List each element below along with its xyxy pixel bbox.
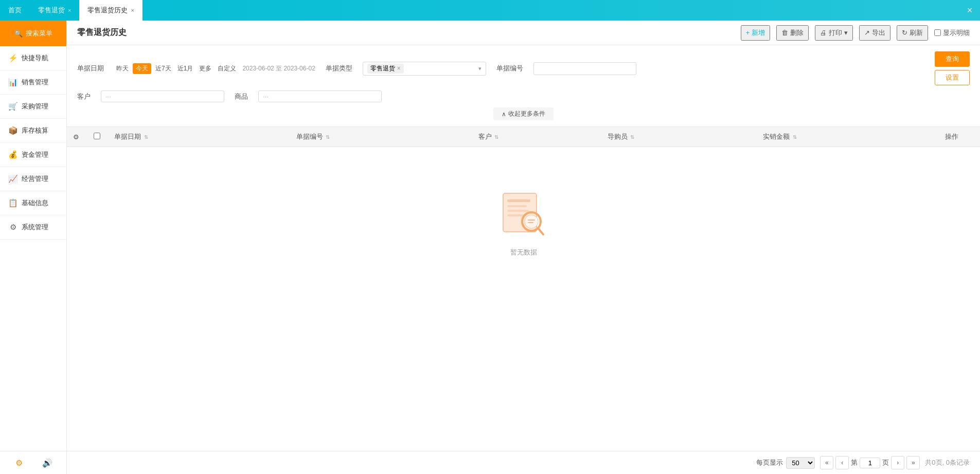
type-filter-select[interactable]: 零售退货 × ▾: [363, 62, 486, 76]
refresh-button[interactable]: ↻ 刷新: [897, 25, 928, 41]
sidebar-item-system-label: 系统管理: [22, 223, 48, 232]
customer-filter-label: 客户: [77, 92, 91, 101]
table-footer: 每页显示 50 20 100 « ‹ 第 页 › » 共0页, 0条记录: [67, 451, 980, 474]
filter-area: 单据日期 昨天 今天 近7天 近1月 更多 自定义 2023-06-02 至 2…: [67, 45, 980, 127]
tab-retail-return-history[interactable]: 零售退货历史 ×: [79, 0, 142, 21]
operations-icon: 📈: [8, 174, 17, 184]
per-page-label: 每页显示: [756, 458, 783, 467]
sidebar-item-operations[interactable]: 📈 经营管理: [0, 167, 66, 191]
sidebar: 🔍 搜索菜单 ⚡ 快捷导航 📊 销售管理 🛒 采购管理 📦 库存核算 💰: [0, 21, 67, 474]
table-body: 暂无数据: [67, 147, 980, 299]
export-button[interactable]: ↗ 导出: [859, 25, 890, 41]
type-filter-label: 单据类型: [326, 64, 352, 73]
type-tag: 零售退货 ×: [367, 64, 404, 74]
svg-rect-3: [507, 210, 529, 212]
tab-retail-return[interactable]: 零售退货 ×: [30, 0, 79, 21]
sidebar-item-finance[interactable]: 💰 资金管理: [0, 143, 66, 167]
order-no-input[interactable]: [533, 62, 636, 75]
delete-button[interactable]: 🗑 删除: [776, 25, 809, 41]
svg-point-6: [525, 215, 538, 228]
delete-label: 删除: [790, 28, 804, 38]
date-filter-label: 单据日期: [77, 64, 104, 73]
guide-sort-icon: ⇅: [630, 134, 634, 140]
sidebar-item-quick-nav-label: 快捷导航: [22, 53, 48, 63]
th-customer[interactable]: 客户 ⇅: [472, 127, 601, 147]
date-btn-more[interactable]: 更多: [197, 63, 213, 74]
page-first-button[interactable]: «: [820, 456, 833, 469]
window-close-button[interactable]: ×: [959, 0, 980, 21]
per-page-select: 每页显示 50 20 100: [756, 457, 815, 469]
per-page-dropdown[interactable]: 50 20 100: [786, 457, 815, 469]
th-actions: 操作: [939, 127, 980, 147]
sidebar-item-purchase[interactable]: 🛒 采购管理: [0, 95, 66, 119]
tab-retail-return-close[interactable]: ×: [68, 7, 71, 13]
search-icon: 🔍: [14, 30, 23, 38]
goods-filter-label: 商品: [235, 92, 248, 101]
date-btn-yesterday[interactable]: 昨天: [114, 63, 131, 74]
th-guide[interactable]: 导购员 ⇅: [601, 127, 757, 147]
inventory-icon: 📦: [8, 126, 17, 135]
sidebar-item-basic-info[interactable]: 📋 基础信息: [0, 191, 66, 215]
order-no-label: 单据编号: [496, 64, 523, 73]
tab-retail-return-history-label: 零售退货历史: [87, 6, 128, 15]
sidebar-item-quick-nav[interactable]: ⚡ 快捷导航: [0, 46, 66, 70]
date-btn-custom[interactable]: 自定义: [216, 63, 238, 74]
sidebar-item-purchase-label: 采购管理: [22, 102, 48, 111]
date-filter-buttons: 昨天 今天 近7天 近1月 更多 自定义 2023-06-02 至 2023-0…: [114, 63, 315, 74]
sidebar-item-sales[interactable]: 📊 销售管理: [0, 70, 66, 95]
tab-retail-return-history-close[interactable]: ×: [131, 7, 134, 13]
filter-row-1: 单据日期 昨天 今天 近7天 近1月 更多 自定义 2023-06-02 至 2…: [77, 51, 970, 85]
collapse-icon: ∧: [502, 111, 506, 118]
page-input[interactable]: [860, 458, 880, 468]
tab-home[interactable]: 首页: [0, 0, 30, 21]
select-all-checkbox[interactable]: [94, 133, 100, 139]
purchase-icon: 🛒: [8, 102, 17, 111]
th-date[interactable]: 单据日期 ⇅: [108, 127, 290, 147]
th-order-no[interactable]: 单据编号 ⇅: [290, 127, 472, 147]
tab-bar: 首页 零售退货 × 零售退货历史 ×: [0, 0, 959, 21]
sidebar-item-system[interactable]: ⚙ 系统管理: [0, 215, 66, 240]
sidebar-item-basic-info-label: 基础信息: [22, 198, 48, 208]
sidebar-volume-button[interactable]: 🔊: [40, 455, 55, 470]
type-tag-remove[interactable]: ×: [397, 65, 401, 72]
collapse-label: 收起更多条件: [508, 110, 545, 118]
date-btn-1month[interactable]: 近1月: [175, 63, 195, 74]
th-checkbox: [87, 127, 108, 147]
page-prev-button[interactable]: ‹: [835, 456, 849, 469]
page-unit: 页: [882, 458, 889, 467]
sidebar-item-finance-label: 资金管理: [22, 150, 48, 159]
delete-icon: 🗑: [781, 29, 788, 37]
order-sort-icon: ⇅: [326, 134, 330, 140]
query-button[interactable]: 查询: [935, 51, 970, 67]
toolbar: + 新增 🗑 删除 🖨 打印 ▾ ↗ 导出 ↻ 刷新: [741, 25, 970, 41]
page-next-button[interactable]: ›: [891, 456, 904, 469]
page-label: 第: [851, 458, 858, 467]
filter-row-2: 客户 ··· 商品 ···: [77, 90, 970, 102]
customer-filter-select[interactable]: ···: [101, 90, 224, 102]
th-amount[interactable]: 实销金额 ⇅: [757, 127, 939, 147]
svg-rect-2: [507, 205, 527, 207]
date-btn-today[interactable]: 今天: [133, 63, 151, 74]
print-arrow-icon: ▾: [844, 29, 848, 37]
print-button[interactable]: 🖨 打印 ▾: [815, 25, 853, 41]
sidebar-settings-button[interactable]: ⚙: [11, 455, 27, 470]
sidebar-search-button[interactable]: 🔍 搜索菜单: [0, 21, 66, 46]
sidebar-item-inventory[interactable]: 📦 库存核算: [0, 119, 66, 143]
type-tag-label: 零售退货: [370, 64, 395, 73]
main-layout: 🔍 搜索菜单 ⚡ 快捷导航 📊 销售管理 🛒 采购管理 📦 库存核算 💰: [0, 21, 980, 474]
page-last-button[interactable]: »: [906, 456, 920, 469]
goods-dots: ···: [263, 93, 269, 100]
content-area: 零售退货历史 + 新增 🗑 删除 🖨 打印 ▾ ↗ 导出 ↻: [67, 21, 980, 474]
collapse-button[interactable]: ∧ 收起更多条件: [493, 107, 554, 120]
sidebar-item-operations-label: 经营管理: [22, 174, 48, 184]
display-detail-checkbox[interactable]: [934, 29, 941, 36]
goods-filter-select[interactable]: ···: [258, 90, 382, 102]
type-select-arrow-icon: ▾: [478, 65, 482, 72]
date-btn-7days[interactable]: 近7天: [153, 63, 173, 74]
filter-settings-button[interactable]: 设置: [935, 70, 970, 85]
add-button[interactable]: + 新增: [741, 25, 770, 41]
customer-dots: ···: [105, 93, 111, 100]
th-settings[interactable]: ⚙: [67, 127, 87, 147]
data-table: ⚙ 单据日期 ⇅ 单据编号 ⇅ 客户 ⇅: [67, 127, 980, 298]
page-title: 零售退货历史: [77, 27, 127, 38]
